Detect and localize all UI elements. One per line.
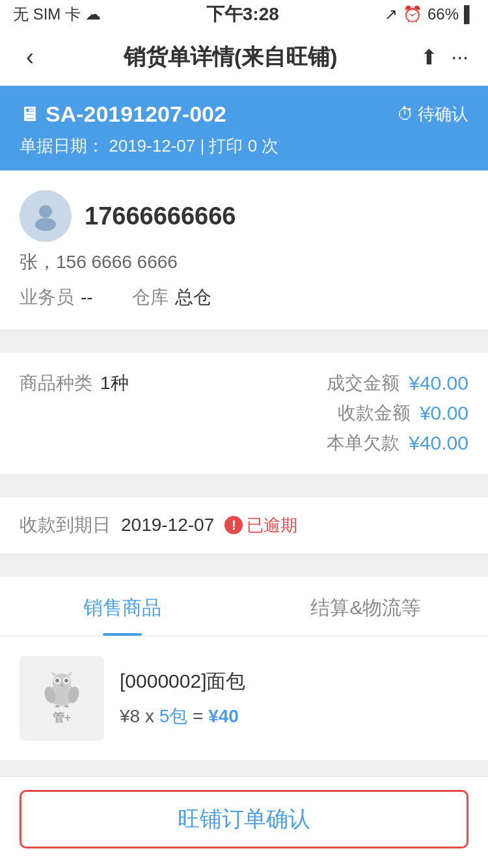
owed-value: ¥40.00 [409, 432, 468, 454]
page-title: 销货单详情(来自旺铺) [40, 42, 420, 72]
payment-due-label: 收款到期日 [20, 513, 111, 537]
equals-sign: = [193, 706, 208, 726]
product-list: 管+ [0000002]面包 ¥8 x 5包 = ¥40 [0, 636, 488, 761]
order-header: 🖥 SA-20191207-002 ⏱ 待确认 单据日期： 2019-12-07… [0, 86, 488, 170]
tabs: 销售商品 结算&物流等 [0, 576, 488, 636]
order-date-label: 单据日期： [20, 136, 104, 156]
product-image: 管+ [20, 656, 104, 740]
status-left: 无 SIM 卡 ☁ [13, 4, 101, 25]
amount-value: ¥40.00 [409, 372, 468, 394]
received-value: ¥0.00 [420, 402, 468, 424]
divider-3 [0, 565, 488, 576]
multiply-sign: x [145, 706, 159, 726]
salesman-label: 业务员 [20, 285, 74, 310]
customer-card: 17666666666 张，156 6666 6666 业务员 -- 仓库 总仓 [0, 170, 488, 329]
product-type-value: 1种 [100, 371, 129, 396]
overdue-text: 已逾期 [247, 514, 297, 537]
nav-actions: ⬆ ··· [420, 45, 468, 70]
customer-name: 张，156 6666 6666 [20, 250, 468, 275]
overdue-badge: ! 已逾期 [224, 514, 297, 537]
battery-level: 66% [427, 5, 459, 23]
confirm-order-label: 旺铺订单确认 [178, 804, 310, 834]
received-row: 收款金额 ¥0.00 [327, 401, 468, 426]
product-item: 管+ [0000002]面包 ¥8 x 5包 = ¥40 [0, 636, 488, 761]
svg-point-6 [55, 679, 59, 683]
share-icon[interactable]: ⬆ [420, 45, 438, 70]
tab-sales-product-label: 销售商品 [83, 597, 161, 618]
divider-2 [0, 485, 488, 497]
order-status-text: 待确认 [418, 103, 468, 126]
battery-icon: ▌ [464, 5, 475, 23]
status-time: 下午3:28 [206, 2, 279, 27]
back-button[interactable]: ‹ [20, 37, 40, 77]
status-right: ↗ ⏰ 66% ▌ [385, 5, 475, 23]
svg-point-0 [39, 205, 52, 218]
order-id: 🖥 SA-20191207-002 [20, 102, 226, 127]
product-total: ¥40 [208, 706, 239, 726]
customer-meta: 业务员 -- 仓库 总仓 [20, 285, 468, 310]
product-info: [0000002]面包 ¥8 x 5包 = ¥40 [120, 668, 468, 729]
summary-card: 商品种类 1种 成交金额 ¥40.00 收款金额 ¥0.00 本单欠款 ¥40.… [0, 353, 488, 474]
svg-point-1 [35, 218, 56, 231]
product-qty: 5包 [159, 706, 188, 726]
customer-avatar [20, 190, 72, 242]
print-text: 打印 0 次 [209, 136, 278, 156]
owed-label: 本单欠款 [327, 431, 400, 455]
order-date-value: 2019-12-07 [109, 136, 195, 156]
product-type-label: 商品种类 [20, 371, 92, 396]
product-logo-plus: 管+ [53, 710, 72, 726]
order-status: ⏱ 待确认 [397, 103, 468, 126]
warehouse-field: 仓库 总仓 [132, 285, 211, 310]
customer-phone: 17666666666 [85, 202, 236, 230]
amount-label: 成交金额 [327, 371, 400, 396]
salesman-field: 业务员 -- [20, 285, 93, 310]
tab-settlement[interactable]: 结算&物流等 [244, 576, 488, 636]
product-type-field: 商品种类 1种 [20, 371, 129, 396]
tab-sales-product[interactable]: 销售商品 [0, 576, 244, 636]
svg-point-7 [64, 679, 68, 683]
price-value: ¥8 [120, 706, 140, 726]
product-name: [0000002]面包 [120, 668, 468, 695]
svg-marker-9 [51, 671, 57, 676]
tabs-container: 销售商品 结算&物流等 [0, 576, 488, 636]
separator: | [200, 136, 209, 156]
status-bar: 无 SIM 卡 ☁ 下午3:28 ↗ ⏰ 66% ▌ [0, 0, 488, 29]
received-label: 收款金额 [338, 401, 411, 426]
warehouse-value: 总仓 [175, 285, 211, 310]
owed-row: 本单欠款 ¥40.00 [327, 431, 468, 455]
payment-due-date: 2019-12-07 [121, 515, 214, 536]
financial-summary: 成交金额 ¥40.00 收款金额 ¥0.00 本单欠款 ¥40.00 [327, 371, 468, 455]
sim-status: 无 SIM 卡 ☁ [13, 4, 101, 25]
divider-1 [0, 341, 488, 353]
order-date: 单据日期： 2019-12-07 | 打印 0 次 [20, 135, 468, 157]
overdue-icon: ! [224, 516, 243, 534]
amount-row: 成交金额 ¥40.00 [327, 371, 468, 396]
svg-marker-10 [67, 671, 73, 676]
location-icon: ↗ [385, 5, 398, 23]
warehouse-label: 仓库 [132, 285, 169, 310]
order-icon: 🖥 [20, 103, 39, 126]
confirm-order-button[interactable]: 旺铺订单确认 [20, 790, 468, 848]
payment-due-card: 收款到期日 2019-12-07 ! 已逾期 [0, 497, 488, 553]
order-id-text: SA-20191207-002 [46, 102, 226, 127]
alarm-icon: ⏰ [403, 5, 422, 23]
tab-settlement-label: 结算&物流等 [310, 597, 421, 618]
nav-bar: ‹ 销货单详情(来自旺铺) ⬆ ··· [0, 29, 488, 86]
more-icon[interactable]: ··· [451, 45, 468, 69]
product-price: ¥8 x 5包 = ¥40 [120, 704, 468, 729]
salesman-value: -- [81, 287, 93, 308]
clock-icon: ⏱ [397, 104, 414, 124]
bottom-bar: 旺铺订单确认 [0, 776, 488, 868]
